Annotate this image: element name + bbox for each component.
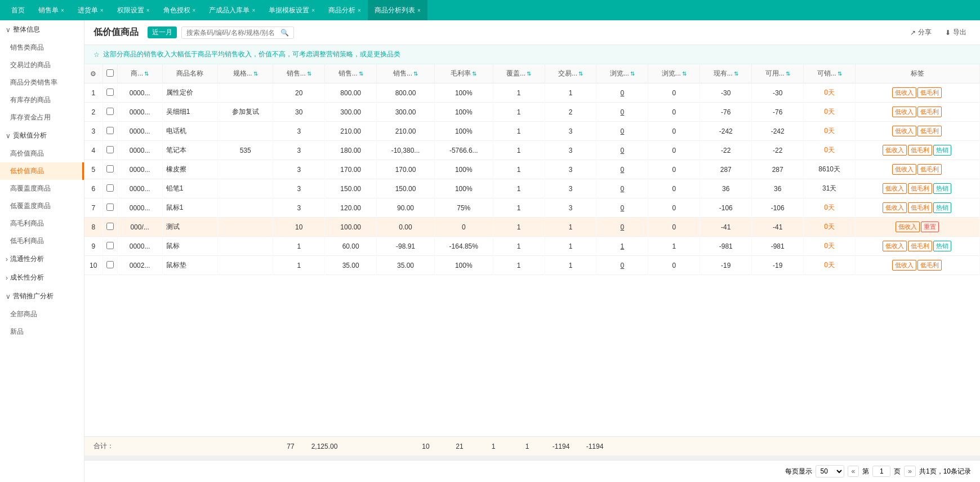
sort-icon[interactable]: ⇅ xyxy=(144,70,149,77)
sort-icon[interactable]: ⇅ xyxy=(413,70,418,77)
sidebar-item-low-margin[interactable]: 低毛利商品 xyxy=(0,232,84,250)
sort-icon[interactable]: ⇅ xyxy=(682,70,687,77)
close-icon[interactable]: × xyxy=(311,7,315,14)
search-icon[interactable]: 🔍 xyxy=(280,29,289,37)
sidebar-section-circulation[interactable]: › 流通性分析 xyxy=(0,250,84,268)
row-browse1-link[interactable]: 0 xyxy=(621,89,625,97)
row-checkbox[interactable] xyxy=(106,89,114,96)
top-navigation: 首页 销售单 × 进货单 × 权限设置 × 角色授权 × 产成品入库单 × 单据… xyxy=(0,0,980,20)
nav-home[interactable]: 首页 xyxy=(5,0,32,20)
sidebar-item-high-value[interactable]: 高价值商品 xyxy=(0,145,84,162)
row-checkbox[interactable] xyxy=(106,204,114,211)
row-checkbox[interactable] xyxy=(106,108,114,115)
row-checkbox-cell xyxy=(103,141,117,160)
sidebar-item-high-margin[interactable]: 高毛利商品 xyxy=(0,215,84,232)
nav-item-templates[interactable]: 单据模板设置 × xyxy=(262,0,322,20)
row-name: 鼠标垫 xyxy=(162,256,217,275)
nav-item-perms[interactable]: 权限设置 × xyxy=(110,0,157,20)
row-avail: -30 xyxy=(752,83,804,103)
sidebar-section-marketing[interactable]: ∨ 营销推广分析 xyxy=(0,287,84,306)
row-checkbox[interactable] xyxy=(106,146,114,153)
select-all-checkbox[interactable] xyxy=(106,69,114,77)
sidebar-item-traded-goods[interactable]: 交易过的商品 xyxy=(0,56,84,74)
sidebar-item-low-coverage[interactable]: 低覆盖度商品 xyxy=(0,197,84,215)
row-browse1-link[interactable]: 0 xyxy=(621,108,625,116)
sort-icon[interactable]: ⇅ xyxy=(307,70,311,77)
sort-icon[interactable]: ⇅ xyxy=(527,70,531,77)
sidebar-item-sales-goods[interactable]: 销售类商品 xyxy=(0,39,84,56)
row-amt2: 0.00 xyxy=(377,218,435,237)
row-amt1: 180.00 xyxy=(325,141,377,160)
sidebar-item-stock-funds[interactable]: 库存资金占用 xyxy=(0,109,84,126)
row-browse1-link[interactable]: 0 xyxy=(621,147,625,154)
sidebar-item-all-goods[interactable]: 全部商品 xyxy=(0,306,84,323)
first-page-button[interactable]: « xyxy=(848,466,859,477)
per-page-label: 每页显示 xyxy=(785,467,812,476)
sidebar-item-stock-goods[interactable]: 有库存的商品 xyxy=(0,91,84,109)
close-icon[interactable]: × xyxy=(61,7,64,14)
sidebar-section-overall[interactable]: ∨ 整体信息 xyxy=(0,20,84,39)
row-browse1: 0 xyxy=(596,198,648,218)
sort-icon[interactable]: ⇅ xyxy=(838,70,842,77)
sidebar-item-new-goods[interactable]: 新品 xyxy=(0,323,84,341)
row-browse1-link[interactable]: 1 xyxy=(621,242,625,250)
nav-item-analysis[interactable]: 商品分析 × xyxy=(322,0,368,20)
nav-item-sales[interactable]: 销售单 × xyxy=(32,0,71,20)
close-icon[interactable]: × xyxy=(100,7,104,14)
page-number-input[interactable] xyxy=(872,466,890,477)
row-name: 电话机 xyxy=(162,122,217,141)
checkbox-column-header[interactable] xyxy=(103,64,117,83)
row-browse2: 0 xyxy=(648,256,700,275)
sidebar-section-growth[interactable]: › 成长性分析 xyxy=(0,268,84,287)
sort-icon[interactable]: ⇅ xyxy=(786,70,790,77)
nav-item-purchase[interactable]: 进货单 × xyxy=(71,0,110,20)
close-icon[interactable]: × xyxy=(146,7,150,14)
export-button[interactable]: ⬇ 导出 xyxy=(941,26,971,39)
row-qty: 3 xyxy=(273,160,325,179)
sort-icon[interactable]: ⇅ xyxy=(359,70,363,77)
share-button[interactable]: ↗ 分享 xyxy=(906,26,936,39)
nav-item-analysis-list[interactable]: 商品分析列表 × xyxy=(368,0,427,20)
row-browse1-link[interactable]: 0 xyxy=(621,166,625,174)
nav-item-warehouse[interactable]: 产成品入库单 × xyxy=(202,0,262,20)
row-checkbox[interactable] xyxy=(106,223,114,230)
close-icon[interactable]: × xyxy=(193,7,196,14)
sort-icon[interactable]: ⇅ xyxy=(472,70,476,77)
close-icon[interactable]: × xyxy=(252,7,255,14)
settings-column-header[interactable]: ⚙ xyxy=(84,64,103,83)
search-input[interactable] xyxy=(186,29,278,37)
period-button[interactable]: 近一月 xyxy=(148,26,177,38)
sidebar-item-category-rate[interactable]: 商品分类销售率 xyxy=(0,74,84,91)
row-checkbox[interactable] xyxy=(106,184,114,192)
row-gross: 0 xyxy=(434,218,493,237)
row-browse1-link[interactable]: 0 xyxy=(621,262,625,269)
row-checkbox[interactable] xyxy=(106,127,114,134)
sort-icon[interactable]: ⇅ xyxy=(253,70,258,77)
close-icon[interactable]: × xyxy=(358,7,361,14)
browse2-column-header: 浏览...⇅ xyxy=(648,64,700,83)
row-gross: 75% xyxy=(434,198,493,218)
table-row: 10000...属性定价20800.00800.00100%1100-30-30… xyxy=(84,83,980,103)
row-checkbox[interactable] xyxy=(106,165,114,173)
row-checkbox[interactable] xyxy=(106,261,114,268)
row-browse1-link[interactable]: 0 xyxy=(621,204,625,212)
next-page-button[interactable]: » xyxy=(904,466,916,477)
sidebar-section-contribution[interactable]: ∨ 贡献值分析 xyxy=(0,126,84,145)
table-row: 60000...铅笔13150.00150.00100%1300363631天低… xyxy=(84,179,980,198)
row-browse1-link[interactable]: 0 xyxy=(621,223,625,231)
table-header-row: ⚙ 商...⇅ 商品名称 规格...⇅ 销售...⇅ 销售...⇅ 销售...⇅… xyxy=(84,64,980,83)
nav-item-roles[interactable]: 角色授权 × xyxy=(157,0,203,20)
sort-icon[interactable]: ⇅ xyxy=(578,70,583,77)
sidebar-item-low-value[interactable]: 低价值商品 xyxy=(0,162,84,180)
row-browse1-link[interactable]: 0 xyxy=(621,185,625,193)
per-page-select[interactable]: 50 100 200 xyxy=(816,465,844,477)
close-icon[interactable]: × xyxy=(417,7,421,14)
row-checkbox[interactable] xyxy=(106,242,114,249)
sort-icon[interactable]: ⇅ xyxy=(630,70,635,77)
horizontal-scrollbar[interactable] xyxy=(84,456,980,460)
row-checkbox-cell xyxy=(103,103,117,122)
page-label: 第 xyxy=(862,467,869,476)
sidebar-item-high-coverage[interactable]: 高覆盖度商品 xyxy=(0,180,84,197)
row-browse1-link[interactable]: 0 xyxy=(621,127,625,135)
sort-icon[interactable]: ⇅ xyxy=(734,70,738,77)
